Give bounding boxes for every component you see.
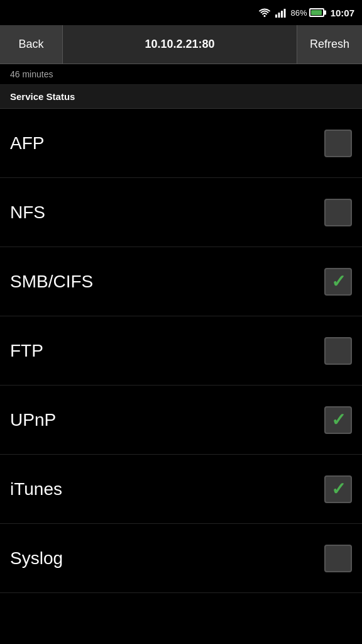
service-name-smb-cifs: SMB/CIFS bbox=[10, 272, 93, 292]
section-header-service-status: Service Status bbox=[0, 85, 362, 109]
service-checkbox-smb-cifs[interactable]: ✓ bbox=[324, 268, 352, 296]
service-checkbox-nfs[interactable] bbox=[324, 199, 352, 226]
service-row-upnp: UPnP✓ bbox=[0, 386, 362, 455]
service-row-ftp: FTP bbox=[0, 316, 362, 386]
signal-icon bbox=[275, 8, 287, 18]
service-checkbox-itunes[interactable]: ✓ bbox=[324, 475, 352, 503]
service-checkbox-syslog[interactable] bbox=[324, 545, 352, 572]
content-area: 46 minutes Service Status AFPNFSSMB/CIFS… bbox=[0, 64, 362, 593]
svg-rect-2 bbox=[278, 13, 280, 18]
battery-percentage: 86% bbox=[291, 8, 307, 18]
service-row-itunes: iTunes✓ bbox=[0, 455, 362, 524]
status-time: 10:07 bbox=[331, 8, 354, 18]
back-button[interactable]: Back bbox=[0, 25, 63, 64]
checkmark-icon: ✓ bbox=[331, 273, 346, 291]
service-name-upnp: UPnP bbox=[10, 410, 56, 430]
service-checkbox-ftp[interactable] bbox=[324, 337, 352, 365]
service-row-smb-cifs: SMB/CIFS✓ bbox=[0, 247, 362, 316]
service-row-nfs: NFS bbox=[0, 178, 362, 247]
battery-fill bbox=[311, 10, 322, 15]
wifi-icon bbox=[258, 8, 271, 18]
battery-indicator: 86% bbox=[291, 8, 324, 18]
service-list: AFPNFSSMB/CIFS✓FTPUPnP✓iTunes✓Syslog bbox=[0, 109, 362, 593]
nav-bar: Back 10.10.2.21:80 Refresh bbox=[0, 25, 362, 64]
service-row-syslog: Syslog bbox=[0, 524, 362, 593]
service-name-itunes: iTunes bbox=[10, 479, 62, 499]
service-name-afp: AFP bbox=[10, 133, 44, 153]
status-icons: 86% 10:07 bbox=[258, 8, 354, 18]
refresh-button[interactable]: Refresh bbox=[297, 25, 362, 64]
service-name-syslog: Syslog bbox=[10, 548, 63, 569]
service-checkbox-upnp[interactable]: ✓ bbox=[324, 406, 352, 434]
svg-point-0 bbox=[263, 15, 265, 17]
status-bar: 86% 10:07 bbox=[0, 0, 362, 25]
service-name-ftp: FTP bbox=[10, 341, 43, 361]
time-ago-label: 46 minutes bbox=[0, 64, 362, 85]
service-checkbox-afp[interactable] bbox=[324, 130, 352, 157]
checkmark-icon: ✓ bbox=[331, 480, 346, 498]
svg-rect-4 bbox=[283, 9, 285, 18]
checkmark-icon: ✓ bbox=[331, 411, 346, 429]
svg-rect-1 bbox=[275, 14, 277, 18]
battery-icon bbox=[309, 8, 324, 17]
service-row-afp: AFP bbox=[0, 109, 362, 178]
nav-title: 10.10.2.21:80 bbox=[63, 38, 297, 51]
service-name-nfs: NFS bbox=[10, 203, 45, 223]
svg-rect-3 bbox=[281, 11, 283, 18]
